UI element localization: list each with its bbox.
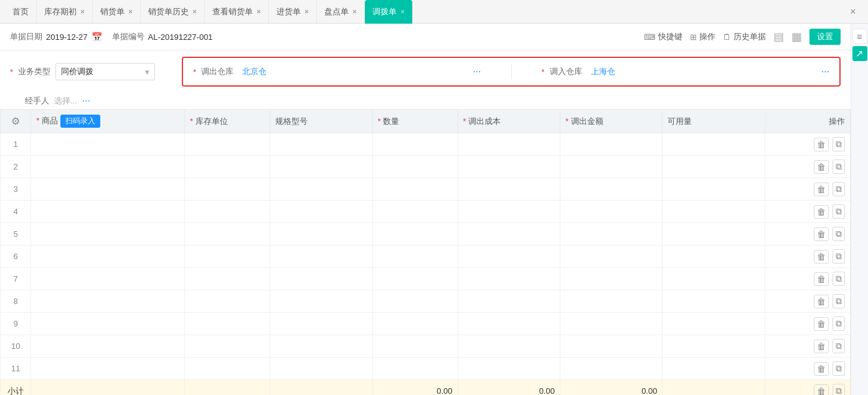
cell-amount-5[interactable] <box>560 223 663 245</box>
copy-btn-2[interactable]: ⧉ <box>833 159 845 174</box>
delete-btn-8[interactable]: 🗑 <box>814 295 829 308</box>
cell-available-5[interactable] <box>663 223 765 245</box>
operations-button[interactable]: ⊞ 操作 <box>690 31 715 42</box>
history-button[interactable]: 🗒 历史单据 <box>723 31 766 42</box>
cell-spec-11[interactable] <box>270 358 372 380</box>
cell-spec-6[interactable] <box>270 245 372 268</box>
cell-cost-3[interactable] <box>458 178 560 201</box>
shortcuts-button[interactable]: ⌨ 快捷键 <box>644 31 682 42</box>
cell-amount-3[interactable] <box>560 178 663 201</box>
cell-amount-11[interactable] <box>560 358 663 380</box>
cell-spec-4[interactable] <box>270 201 372 223</box>
cell-available-4[interactable] <box>663 201 765 223</box>
delete-btn-10[interactable]: 🗑 <box>814 340 829 353</box>
tab-close-view-sales[interactable]: × <box>257 7 261 16</box>
delete-btn-6[interactable]: 🗑 <box>814 250 829 264</box>
copy-btn-8[interactable]: ⧉ <box>833 294 845 308</box>
subtotal-copy-btn[interactable]: ⧉ <box>833 384 845 395</box>
cell-qty-2[interactable] <box>372 156 458 178</box>
cell-qty-5[interactable] <box>372 223 458 245</box>
tab-close-sales-history[interactable]: × <box>192 7 197 16</box>
cell-unit-1[interactable] <box>185 133 270 156</box>
cell-spec-1[interactable] <box>270 133 372 156</box>
tab-sales-history[interactable]: 销货单历史× <box>141 0 205 24</box>
tab-sales-order[interactable]: 销货单× <box>93 0 141 24</box>
delete-btn-3[interactable]: 🗑 <box>814 183 829 196</box>
cell-product-5[interactable] <box>31 223 185 245</box>
cell-amount-9[interactable] <box>560 313 663 335</box>
cell-spec-9[interactable] <box>270 313 372 335</box>
cell-qty-3[interactable] <box>372 178 458 201</box>
cell-spec-10[interactable] <box>270 335 372 358</box>
cell-qty-9[interactable] <box>372 313 458 335</box>
cell-unit-9[interactable] <box>185 313 270 335</box>
cell-cost-4[interactable] <box>458 201 560 223</box>
cell-qty-8[interactable] <box>372 290 458 313</box>
copy-btn-10[interactable]: ⧉ <box>833 339 845 353</box>
table-gear-icon[interactable]: ⚙ <box>11 116 20 126</box>
cell-available-7[interactable] <box>663 268 765 290</box>
cell-cost-10[interactable] <box>458 335 560 358</box>
cell-available-8[interactable] <box>663 290 765 313</box>
cell-cost-5[interactable] <box>458 223 560 245</box>
cell-available-9[interactable] <box>663 313 765 335</box>
cell-amount-6[interactable] <box>560 245 663 268</box>
business-type-select[interactable]: 同价调拨 ▾ <box>55 63 155 80</box>
scan-button[interactable]: 扫码录入 <box>60 115 100 128</box>
cell-available-11[interactable] <box>663 358 765 380</box>
cell-unit-5[interactable] <box>185 223 270 245</box>
cell-product-10[interactable] <box>31 335 185 358</box>
cell-product-9[interactable] <box>31 313 185 335</box>
cell-cost-11[interactable] <box>458 358 560 380</box>
delete-btn-5[interactable]: 🗑 <box>814 227 829 241</box>
delete-btn-1[interactable]: 🗑 <box>814 138 829 151</box>
cell-amount-7[interactable] <box>560 268 663 290</box>
copy-btn-4[interactable]: ⧉ <box>833 204 845 219</box>
cell-product-6[interactable] <box>31 245 185 268</box>
cell-product-3[interactable] <box>31 178 185 201</box>
tab-home[interactable]: 首页 <box>5 0 37 24</box>
tab-close-inventory-init[interactable]: × <box>80 7 85 16</box>
copy-btn-3[interactable]: ⧉ <box>833 182 845 196</box>
cell-spec-2[interactable] <box>270 156 372 178</box>
tab-purchase-order[interactable]: 进货单× <box>269 0 317 24</box>
cell-cost-9[interactable] <box>458 313 560 335</box>
cell-spec-8[interactable] <box>270 290 372 313</box>
sidebar-export-button[interactable]: ↗ <box>852 46 867 61</box>
cell-amount-1[interactable] <box>560 133 663 156</box>
cell-unit-3[interactable] <box>185 178 270 201</box>
cell-unit-8[interactable] <box>185 290 270 313</box>
in-warehouse-dots[interactable]: ··· <box>821 66 829 77</box>
cell-spec-5[interactable] <box>270 223 372 245</box>
cell-unit-10[interactable] <box>185 335 270 358</box>
layout2-icon[interactable]: ▦ <box>791 30 802 44</box>
cell-qty-4[interactable] <box>372 201 458 223</box>
cell-unit-4[interactable] <box>185 201 270 223</box>
layout1-icon[interactable]: ▤ <box>773 30 784 44</box>
copy-btn-11[interactable]: ⧉ <box>833 361 845 376</box>
copy-btn-9[interactable]: ⧉ <box>833 316 845 331</box>
cell-spec-7[interactable] <box>270 268 372 290</box>
cell-product-11[interactable] <box>31 358 185 380</box>
copy-btn-1[interactable]: ⧉ <box>833 137 845 151</box>
cell-available-6[interactable] <box>663 245 765 268</box>
copy-btn-6[interactable]: ⧉ <box>833 249 845 264</box>
cell-amount-4[interactable] <box>560 201 663 223</box>
cell-available-1[interactable] <box>663 133 765 156</box>
cell-amount-2[interactable] <box>560 156 663 178</box>
tab-close-transfer[interactable]: × <box>400 7 405 16</box>
cell-cost-1[interactable] <box>458 133 560 156</box>
delete-btn-4[interactable]: 🗑 <box>814 205 829 219</box>
cell-cost-2[interactable] <box>458 156 560 178</box>
cell-qty-1[interactable] <box>372 133 458 156</box>
calendar-icon[interactable]: 📅 <box>92 32 102 42</box>
tab-transfer[interactable]: 调拨单× <box>365 0 413 24</box>
cell-product-7[interactable] <box>31 268 185 290</box>
cell-cost-7[interactable] <box>458 268 560 290</box>
cell-product-1[interactable] <box>31 133 185 156</box>
tab-view-sales[interactable]: 查看销货单× <box>205 0 269 24</box>
sidebar-list-button[interactable]: ≡ <box>852 29 867 44</box>
cell-unit-6[interactable] <box>185 245 270 268</box>
window-close-button[interactable]: × <box>843 2 863 22</box>
delete-btn-2[interactable]: 🗑 <box>814 160 829 174</box>
